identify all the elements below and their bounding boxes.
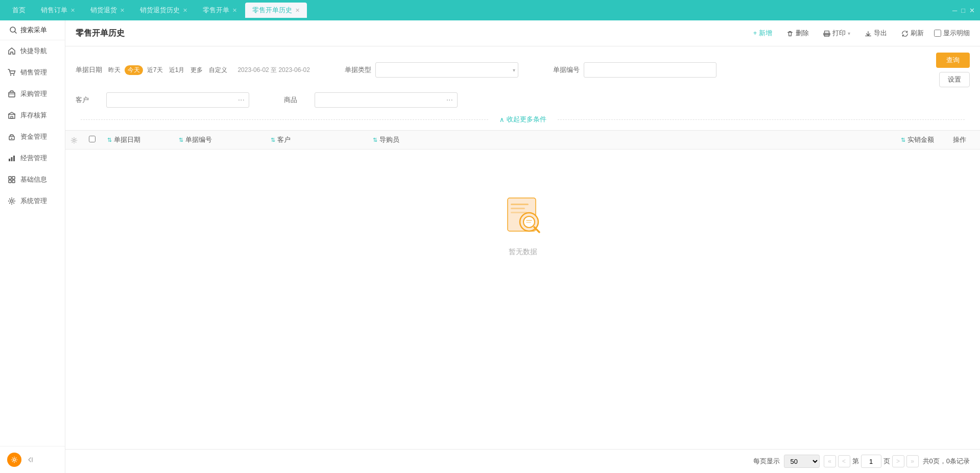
sidebar-item-sales-mgmt[interactable]: 销售管理 <box>0 62 65 83</box>
sidebar-item-operations[interactable]: 经营管理 <box>0 147 65 169</box>
table-col-amount-label: 实销金额 <box>907 136 934 143</box>
table-col-amount[interactable]: ⇅ 实销金额 <box>863 131 939 150</box>
tab-retail-open-close[interactable]: ✕ <box>232 7 237 14</box>
svg-point-22 <box>73 139 75 141</box>
sidebar-item-sales-mgmt-label: 销售管理 <box>20 68 47 77</box>
first-page-icon: « <box>828 458 831 465</box>
table-check-col[interactable] <box>84 131 102 150</box>
chevron-up-icon: ∧ <box>499 116 505 123</box>
svg-rect-16 <box>12 180 15 183</box>
tab-sales-return-close[interactable]: ✕ <box>120 7 125 14</box>
sidebar-search[interactable]: 搜索采单 <box>0 20 65 40</box>
empty-icon <box>497 190 548 241</box>
sidebar-item-quick-nav[interactable]: 快捷导航 <box>0 40 65 62</box>
filter-goods-label: 商品 <box>284 95 310 105</box>
sort-salesperson-icon: ⇅ <box>373 137 377 143</box>
chart-icon <box>7 154 16 163</box>
filter-type-select[interactable] <box>375 62 518 78</box>
lock-icon <box>7 132 16 141</box>
filter-date: 单据日期 昨天 今天 近7天 近1月 更多 自定义 2023-06-02 至 2… <box>76 65 310 75</box>
table-header-row: ⇅ 单据日期 ⇅ 单据编号 ⇅ 客户 ⇅ 导购员 <box>65 131 980 150</box>
table-col-date[interactable]: ⇅ 单据日期 <box>102 131 174 150</box>
delete-icon <box>786 29 794 37</box>
filter-goods: 商品 ··· <box>284 92 458 108</box>
date-today-btn[interactable]: 今天 <box>125 65 143 75</box>
tab-retail-open[interactable]: 零售开单 ✕ <box>196 3 244 18</box>
print-button[interactable]: 打印 ▾ <box>819 27 854 40</box>
show-detail-checkbox[interactable] <box>934 30 941 37</box>
next-page-icon: > <box>896 458 900 465</box>
content-area: 零售开单历史 + 新增 删除 <box>65 20 980 473</box>
filter-customer: 客户 ··· <box>76 92 249 108</box>
add-button[interactable]: + 新增 <box>749 27 776 40</box>
filter-number-input[interactable] <box>584 62 716 78</box>
collapse-row: ∧ 收起更多条件 <box>76 113 970 126</box>
table-col-salesperson[interactable]: ⇅ 导购员 <box>368 131 444 150</box>
date-1month-btn[interactable]: 近1月 <box>167 65 187 75</box>
date-shortcuts: 昨天 今天 近7天 近1月 更多 自定义 <box>106 65 229 75</box>
tab-sales-return-history-close[interactable]: ✕ <box>183 7 187 14</box>
tab-retail-open-history-close[interactable]: ✕ <box>295 7 300 14</box>
table-col-actions-label: 操作 <box>953 136 966 143</box>
svg-point-9 <box>11 138 12 139</box>
refresh-button[interactable]: 刷新 <box>897 27 928 40</box>
date-range-display: 2023-06-02 至 2023-06-02 <box>237 66 309 74</box>
sidebar-item-basic-info[interactable]: 基础信息 <box>0 169 65 190</box>
tab-retail-open-label: 零售开单 <box>203 6 229 15</box>
filter-area: 单据日期 昨天 今天 近7天 近1月 更多 自定义 2023-06-02 至 2… <box>65 46 980 131</box>
query-button[interactable]: 查询 <box>936 53 970 68</box>
tab-sales-return[interactable]: 销货退货 ✕ <box>83 3 132 18</box>
tab-home[interactable]: 首页 <box>5 3 33 18</box>
filter-goods-input[interactable]: ··· <box>315 92 458 108</box>
collapse-filter-btn[interactable]: ∧ 收起更多条件 <box>493 113 553 126</box>
settings-button[interactable]: 设置 <box>939 72 970 87</box>
table-col-customer[interactable]: ⇅ 客户 <box>266 131 368 150</box>
sidebar-search-label: 搜索采单 <box>20 26 47 35</box>
goods-dots: ··· <box>446 95 453 105</box>
tab-retail-open-history[interactable]: 零售开单历史 ✕ <box>245 3 307 18</box>
sidebar-item-finance[interactable]: 资金管理 <box>0 126 65 147</box>
svg-rect-25 <box>511 208 525 209</box>
sidebar-item-system[interactable]: 系统管理 <box>0 190 65 212</box>
close-btn[interactable]: ✕ <box>969 7 975 14</box>
svg-rect-10 <box>9 159 10 161</box>
tab-sales-order[interactable]: 销售订单 ✕ <box>34 3 82 18</box>
settings-gear-button[interactable] <box>7 453 21 467</box>
last-page-btn[interactable]: » <box>906 455 919 467</box>
svg-rect-24 <box>511 204 529 205</box>
table-col-number[interactable]: ⇅ 单据编号 <box>174 131 266 150</box>
export-button[interactable]: 导出 <box>861 27 891 40</box>
filter-number: 单据编号 <box>553 62 716 78</box>
tab-sales-order-close[interactable]: ✕ <box>70 7 75 14</box>
sidebar-item-inventory[interactable]: 库存核算 <box>0 105 65 126</box>
show-detail-label-text: 显示明细 <box>943 29 970 38</box>
print-button-label: 打印 <box>832 29 846 38</box>
add-button-label: + 新增 <box>753 29 772 38</box>
select-all-checkbox[interactable] <box>89 136 95 142</box>
sidebar-item-purchase-mgmt[interactable]: 采购管理 <box>0 83 65 105</box>
filter-divider <box>81 119 488 120</box>
tab-retail-open-history-label: 零售开单历史 <box>252 6 292 15</box>
page-number-input[interactable] <box>861 455 881 468</box>
box-icon <box>7 89 16 98</box>
date-7days-btn[interactable]: 近7天 <box>145 65 165 75</box>
query-settings-buttons: 查询 设置 <box>936 53 970 87</box>
date-yesterday-btn[interactable]: 昨天 <box>106 65 123 75</box>
minimize-btn[interactable]: ─ <box>952 7 957 14</box>
tab-sales-return-history[interactable]: 销货退货历史 ✕ <box>133 3 195 18</box>
prev-page-btn[interactable]: < <box>838 455 850 467</box>
sidebar-collapse-button[interactable] <box>26 456 34 464</box>
per-page-select[interactable]: 50 10 20 100 <box>784 455 820 468</box>
filter-date-label: 单据日期 <box>76 65 102 74</box>
first-page-btn[interactable]: « <box>824 455 836 467</box>
tab-sales-return-label: 销货退货 <box>90 6 117 15</box>
tab-sales-order-label: 销售订单 <box>41 6 67 15</box>
next-page-btn[interactable]: > <box>892 455 904 467</box>
filter-divider-2 <box>558 119 965 120</box>
maximize-btn[interactable]: □ <box>961 7 965 14</box>
table-col-spacer <box>444 131 863 150</box>
delete-button[interactable]: 删除 <box>782 27 813 40</box>
filter-customer-input[interactable]: ··· <box>106 92 249 108</box>
date-more-btn[interactable]: 更多 <box>188 65 205 75</box>
date-custom-btn[interactable]: 自定义 <box>207 65 229 75</box>
